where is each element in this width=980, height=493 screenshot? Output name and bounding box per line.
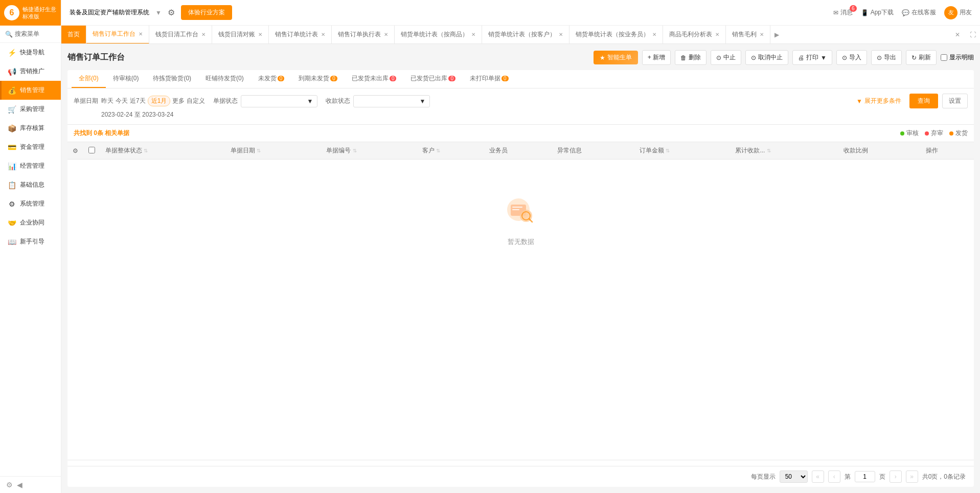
subtab-shipped-not-warehouse[interactable]: 已发货未出库0 [345, 70, 404, 88]
subtab-not-printed[interactable]: 未打印单据0 [463, 70, 516, 88]
sidebar-item-sales[interactable]: 💰 销售管理 [0, 81, 61, 100]
topbar-dropdown-icon[interactable]: ▼ [155, 9, 162, 16]
subtab-shipped-out-warehouse[interactable]: 已发货已出库0 [403, 70, 463, 88]
subtab-all[interactable]: 全部(0) [72, 70, 106, 88]
sidebar-item-operation[interactable]: 📊 经营管理 [0, 156, 61, 175]
review-action[interactable]: 审核 [900, 129, 919, 138]
tab-close-icon[interactable]: ✕ [559, 32, 563, 37]
topbar-msg[interactable]: ✉ 6 消息 [833, 8, 853, 17]
tab-close-icon[interactable]: ✕ [321, 32, 325, 37]
first-page-btn[interactable]: « [812, 470, 824, 483]
cancel-stop-btn[interactable]: ⊙ 取消中止 [745, 50, 788, 65]
tab-close-icon[interactable]: ✕ [384, 32, 388, 37]
tab-close-icon[interactable]: ✕ [652, 32, 656, 37]
subtab-not-shipped[interactable]: 未发货0 [251, 70, 292, 88]
sidebar-item-marketing[interactable]: 📢 营销推广 [0, 62, 61, 81]
sort-icon[interactable]: ⇅ [767, 148, 771, 153]
overdue-badge: 0 [330, 76, 337, 81]
tab-cash-reconcile[interactable]: 钱货日清对账 ✕ [212, 26, 269, 44]
subtabs: 全部(0) 待审核(0) 待拣货验货(0) 旺铺待发货(0) 未发货0 到期未发… [67, 70, 974, 88]
tab-sales-more[interactable]: 销售毛利 ✕ [726, 26, 770, 44]
page-input[interactable] [855, 471, 875, 482]
tab-sales-exec[interactable]: 销售订单执行表 ✕ [332, 26, 395, 44]
settings-bottom-icon[interactable]: ⚙ [6, 481, 13, 489]
sidebar-item-system[interactable]: ⚙ 系统管理 [0, 194, 61, 213]
tabbar-maximize-btn[interactable]: ⛶ [966, 28, 980, 42]
tab-close-icon[interactable]: ✕ [258, 32, 262, 37]
shortcut-more[interactable]: 更多 [172, 97, 185, 105]
sidebar-item-finance[interactable]: 💳 资金管理 [0, 138, 61, 156]
sort-icon[interactable]: ⇅ [353, 148, 357, 153]
payment-select[interactable]: ▼ [353, 95, 430, 107]
next-page-btn[interactable]: › [890, 470, 902, 483]
shortcut-custom[interactable]: 自定义 [187, 97, 205, 105]
sidebar-item-corp[interactable]: 🤝 企业协同 [0, 213, 61, 232]
sort-icon[interactable]: ⇅ [144, 148, 148, 153]
th-customer: 客户 ⇅ [417, 142, 484, 160]
collapse-icon[interactable]: ◀ [17, 481, 22, 489]
sidebar-item-base-info[interactable]: 📋 基础信息 [0, 175, 61, 194]
sidebar-item-label: 新手引导 [20, 237, 44, 246]
tab-close-icon[interactable]: ✕ [201, 32, 206, 37]
tab-gross-margin[interactable]: 商品毛利分析表 ✕ [663, 26, 726, 44]
new-btn[interactable]: + 新增 [642, 50, 671, 65]
detail-checkbox-input[interactable] [941, 54, 947, 61]
shortcut-yesterday[interactable]: 昨天 [101, 97, 113, 105]
shortcut-1month[interactable]: 近1月 [148, 96, 171, 106]
sort-icon[interactable]: ⇅ [666, 148, 670, 153]
filter-setting-btn[interactable]: 设置 [942, 94, 968, 108]
subtab-pending-review[interactable]: 待审核(0) [106, 70, 146, 88]
sidebar-item-purchase[interactable]: 🛒 采购管理 [0, 100, 61, 119]
horizontal-scrollbar[interactable] [67, 460, 974, 466]
tab-close-icon[interactable]: ✕ [471, 32, 475, 37]
cancel-review-action[interactable]: 弃审 [925, 129, 943, 138]
subtab-pending-inspect[interactable]: 待拣货验货(0) [146, 70, 198, 88]
tab-close-icon[interactable]: ✕ [760, 32, 764, 37]
ai-generate-btn[interactable]: ★ 智能生单 [594, 51, 638, 64]
tab-sales-stat[interactable]: 销售订单统计表 ✕ [269, 26, 332, 44]
tabbar-more-btn[interactable]: ▶ [770, 31, 783, 38]
ship-action[interactable]: 发货 [949, 129, 968, 138]
export-btn[interactable]: ⊙ 导出 [871, 50, 902, 65]
subtab-overdue-not-shipped[interactable]: 到期未发货0 [291, 70, 345, 88]
tab-cash-daily[interactable]: 钱货日清工作台 ✕ [149, 26, 212, 44]
shortcut-today[interactable]: 今天 [116, 97, 128, 105]
query-btn[interactable]: 查询 [909, 94, 938, 108]
delete-btn[interactable]: 🗑 删除 [675, 50, 706, 65]
tab-close-icon[interactable]: ✕ [715, 32, 719, 37]
sidebar-item-quick-nav[interactable]: ⚡ 快捷导航 [0, 43, 61, 62]
status-select[interactable]: ▼ [241, 95, 317, 107]
industry-btn[interactable]: 体验行业方案 [181, 5, 232, 20]
th-date: 单据日期 ⇅ [225, 142, 322, 160]
select-all-checkbox[interactable] [88, 147, 95, 153]
show-detail-checkbox[interactable]: 显示明细 [941, 53, 974, 62]
sidebar-item-guide[interactable]: 📖 新手引导 [0, 232, 61, 251]
tab-sales-summary-staff[interactable]: 销货单统计表（按业务员） ✕ [569, 26, 663, 44]
sort-icon[interactable]: ⇅ [436, 148, 440, 153]
tab-sales-summary-customer[interactable]: 销货单统计表（按客户） ✕ [482, 26, 569, 44]
refresh-btn[interactable]: ↻ 刷新 [906, 50, 937, 65]
tab-sales-summary-product[interactable]: 销货单统计表（按商品） ✕ [395, 26, 482, 44]
tab-sales-workbench[interactable]: 销售订单工作台 ✕ [86, 26, 149, 44]
sort-icon[interactable]: ⇅ [257, 148, 261, 153]
stop-btn[interactable]: ⊙ 中止 [711, 50, 741, 65]
topbar-settings-icon[interactable]: ⚙ [168, 8, 175, 17]
last-page-btn[interactable]: » [906, 470, 918, 483]
subtab-wangpu-pending[interactable]: 旺铺待发货(0) [198, 70, 251, 88]
print-btn[interactable]: 🖨 打印 ▼ [792, 50, 832, 65]
tabbar-close-all-btn[interactable]: ✕ [950, 28, 965, 42]
shortcut-7days[interactable]: 近7天 [130, 97, 146, 105]
topbar-online-service[interactable]: 💬 在线客服 [902, 8, 936, 17]
th-amount: 订单金额 ⇅ [634, 142, 731, 160]
sidebar-item-inventory[interactable]: 📦 库存核算 [0, 119, 61, 138]
filter-expand-btn[interactable]: ▼ 展开更多条件 [856, 97, 901, 105]
topbar-user[interactable]: 友 用友 [944, 6, 972, 19]
tab-close-icon[interactable]: ✕ [139, 31, 143, 37]
per-page-select[interactable]: 50 100 200 [780, 470, 808, 483]
tab-home[interactable]: 首页 [61, 26, 86, 44]
pagination: 每页显示 50 100 200 « ‹ 第 页 › » 共0页，0条记录 [67, 466, 974, 487]
sidebar-search[interactable]: 🔍 搜索菜单 [0, 26, 61, 43]
topbar-app-download[interactable]: 📱 App下载 [861, 8, 894, 17]
prev-page-btn[interactable]: ‹ [828, 470, 840, 483]
import-btn[interactable]: ⊙ 导入 [836, 50, 867, 65]
